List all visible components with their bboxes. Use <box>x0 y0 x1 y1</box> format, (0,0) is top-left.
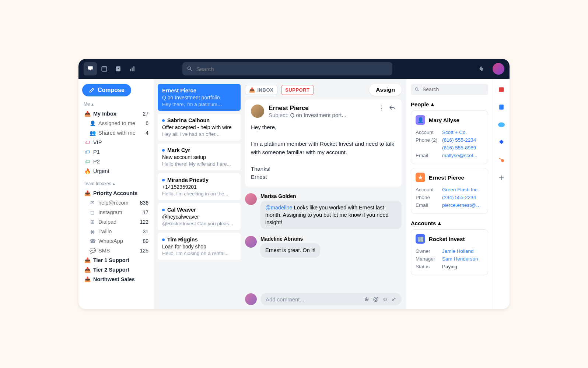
message-subject: Subject: Q on Investment port... <box>269 112 346 118</box>
commenter-avatar[interactable] <box>245 236 257 248</box>
svg-rect-3 <box>130 69 131 71</box>
inbox-icon: 📥 <box>84 190 91 196</box>
assign-button[interactable]: Assign <box>369 84 402 96</box>
section-accounts[interactable]: Accounts ▴ <box>411 220 488 226</box>
account-card[interactable]: 🏢Rocket Invest OwnerJamie Holland Manage… <box>411 229 488 275</box>
whatsapp-icon: ☎ <box>89 238 96 244</box>
sidebar-item-priority[interactable]: 📥Priority Accounts <box>82 188 150 198</box>
tags-row: 📥INBOX SUPPORT Assign <box>245 84 402 96</box>
sidebar-channel[interactable]: ✉help@ri.com836 <box>82 198 150 208</box>
sidebar-item-p1[interactable]: 🏷P1 <box>82 147 150 157</box>
sidebar-channel[interactable]: ◉Twilio31 <box>82 227 150 236</box>
rail-contacts-icon[interactable] <box>497 102 506 112</box>
tag-inbox[interactable]: 📥INBOX <box>245 85 277 95</box>
rail-calendar-icon[interactable] <box>497 85 506 94</box>
contact-icon: 👤 <box>416 115 425 125</box>
details-search[interactable] <box>411 84 488 95</box>
rail-salesforce-icon[interactable] <box>497 120 506 130</box>
topbar-right <box>474 62 504 75</box>
sidebar-channel[interactable]: ◻Instagram17 <box>82 208 150 217</box>
comment-input[interactable]: Add comment... ⊕ @ ☺ ⤢ <box>260 293 402 305</box>
tag-icon: 🏷 <box>84 149 91 155</box>
compose-label: Compose <box>98 87 125 93</box>
contact-card[interactable]: 👤Mary Allyse AccountScott + Co. Phone (2… <box>411 110 488 164</box>
sidebar-item-p2[interactable]: 🏷P2 <box>82 157 150 166</box>
thread-item[interactable]: Ernest Pierce Q on Investment portfolio … <box>158 84 241 111</box>
dialpad-icon: ⊞ <box>89 219 96 225</box>
unread-dot-icon <box>162 179 165 181</box>
sidebar-channel[interactable]: 💬SMS125 <box>82 246 150 255</box>
nav-inbox-icon[interactable] <box>84 62 97 75</box>
search-icon <box>187 66 193 72</box>
chevron-up-icon: ▴ <box>91 102 94 107</box>
sidebar-channel[interactable]: ☎WhatsApp89 <box>82 236 150 246</box>
unread-dot-icon <box>162 209 165 211</box>
rail-jira-icon[interactable] <box>497 138 506 147</box>
message-header: Ernest Pierce Subject: Q on Investment p… <box>251 105 396 118</box>
tag-support[interactable]: SUPPORT <box>281 85 314 95</box>
message-card: Ernest Pierce Subject: Q on Investment p… <box>245 99 402 187</box>
emoji-icon[interactable]: ☺ <box>382 296 388 302</box>
topbar <box>78 59 510 79</box>
thread-item[interactable]: Cal Weaver @heycalweaver @RocketInvest C… <box>158 203 241 230</box>
details-panel: People ▴ 👤Mary Allyse AccountScott + Co.… <box>406 79 493 309</box>
thread-item[interactable]: Tim Riggins Loan for body shop Hello, I'… <box>158 233 241 260</box>
commenter-name: Marisa Golden <box>260 193 402 199</box>
svg-rect-8 <box>499 87 504 92</box>
thread-item[interactable]: Miranda Priestly +14152359201 Hello, I'm… <box>158 173 241 200</box>
sidebar-item-nw[interactable]: 📥Northwest Sales <box>82 275 150 284</box>
sender-avatar[interactable] <box>251 105 264 118</box>
sender-name: Ernest Pierce <box>269 105 346 112</box>
expand-icon[interactable]: ⤢ <box>392 296 396 302</box>
search-input[interactable] <box>196 66 388 72</box>
svg-rect-4 <box>132 68 133 71</box>
commenter-avatar[interactable] <box>245 193 257 205</box>
rail-add-icon[interactable] <box>497 173 506 183</box>
svg-rect-0 <box>102 67 106 71</box>
more-icon[interactable]: ⋮ <box>379 105 385 112</box>
section-me[interactable]: Me ▴ <box>84 102 148 107</box>
thread-item[interactable]: Sabrina Calhoun Offer accepted - help wi… <box>158 114 241 141</box>
search-bar[interactable] <box>182 62 392 75</box>
sidebar-item-tier2[interactable]: 📥Tier 2 Support <box>82 265 150 275</box>
sidebar-item-vip[interactable]: 🏷VIP <box>82 138 150 147</box>
sidebar-item-tier1[interactable]: 📥Tier 1 Support <box>82 255 150 265</box>
compose-button[interactable]: Compose <box>82 84 131 96</box>
nav-contacts-icon[interactable] <box>112 62 125 75</box>
user-avatar[interactable] <box>493 63 504 75</box>
sidebar-item-shared[interactable]: 👥 Shared with me 4 <box>82 128 150 138</box>
comment-bubble: Ernest is great. On it! <box>260 243 320 257</box>
self-avatar <box>245 293 257 305</box>
nav-analytics-icon[interactable] <box>126 62 139 75</box>
reply-icon[interactable] <box>389 105 396 112</box>
details-search-input[interactable] <box>423 86 484 92</box>
topbar-nav <box>84 62 139 75</box>
chevron-up-icon: ▴ <box>438 220 441 226</box>
app-window: Compose Me ▴ 📥 My Inbox 27 👤 Assigned to… <box>78 59 510 309</box>
svg-point-2 <box>118 68 119 69</box>
sms-icon: 💬 <box>89 248 96 254</box>
mention-icon[interactable]: @ <box>373 296 378 302</box>
contact-card[interactable]: ★Ernest Pierce AccountGreen Flash Inc. P… <box>411 168 488 214</box>
section-people[interactable]: People ▴ <box>411 101 488 107</box>
chevron-up-icon: ▴ <box>431 101 434 107</box>
add-icon[interactable]: ⊕ <box>364 296 369 302</box>
comment: Madeline Abrams Ernest is great. On it! <box>245 236 402 257</box>
rail-hubspot-icon[interactable] <box>497 155 506 165</box>
nav-calendar-icon[interactable] <box>98 62 111 75</box>
inbox-icon: 📥 <box>84 257 91 263</box>
sidebar-item-my-inbox[interactable]: 📥 My Inbox 27 <box>82 109 150 118</box>
settings-gear-icon[interactable] <box>474 62 487 75</box>
sidebar-item-assigned[interactable]: 👤 Assigned to me 6 <box>82 118 150 128</box>
contact-icon: ★ <box>416 173 425 182</box>
section-team[interactable]: Team Inboxes ▴ <box>84 181 148 186</box>
thread-item[interactable]: Mark Cyr New account setup Hello there! … <box>158 144 241 170</box>
thread-list: Ernest Pierce Q on Investment portfolio … <box>154 79 241 309</box>
svg-point-10 <box>498 123 504 127</box>
mail-icon: ✉ <box>89 200 96 206</box>
compose-icon <box>89 87 95 93</box>
mention[interactable]: @madeline <box>265 205 293 210</box>
sidebar-item-urgent[interactable]: 🔥Urgent <box>82 166 150 176</box>
person-icon: 👤 <box>89 120 96 126</box>
sidebar-channel[interactable]: ⊞Dialpad122 <box>82 217 150 227</box>
